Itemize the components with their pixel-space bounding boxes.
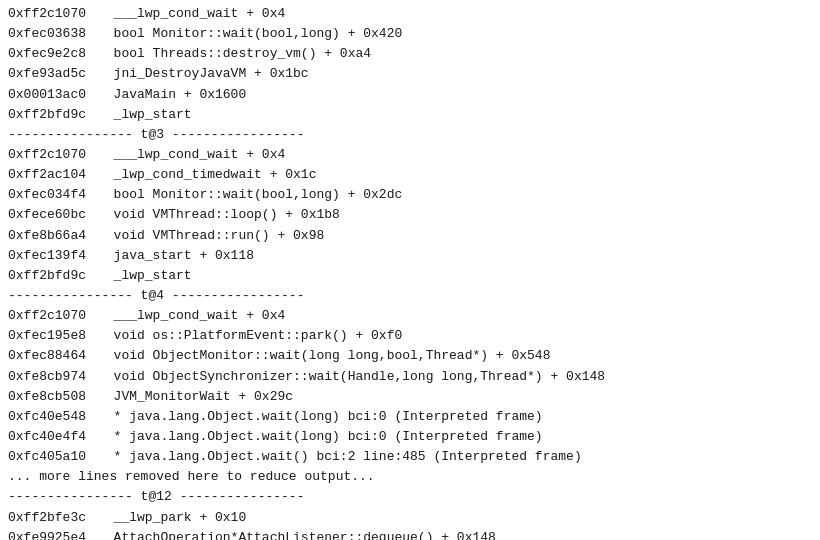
terminal-line: 0x00013ac0 JavaMain + 0x1600 — [8, 85, 812, 105]
terminal-line: 0xfe8cb974 void ObjectSynchronizer::wait… — [8, 367, 812, 387]
stack-frame: * java.lang.Object.wait(long) bci:0 (Int… — [98, 407, 543, 427]
stack-frame: JVM_MonitorWait + 0x29c — [98, 387, 293, 407]
memory-address: 0xff2c1070 — [8, 306, 98, 326]
memory-address: 0xfece60bc — [8, 205, 98, 225]
stack-frame: bool Monitor::wait(bool,long) + 0x420 — [98, 24, 402, 44]
terminal-line: 0xfe9925e4 AttachOperation*AttachListene… — [8, 528, 812, 540]
memory-address: 0xff2ac104 — [8, 165, 98, 185]
memory-address: 0xff2bfe3c — [8, 508, 98, 528]
terminal-line: 0xff2c1070 ___lwp_cond_wait + 0x4 — [8, 145, 812, 165]
memory-address: 0xfc40e548 — [8, 407, 98, 427]
terminal-line: 0xff2bfd9c _lwp_start — [8, 266, 812, 286]
terminal-line: 0xfe93ad5c jni_DestroyJavaVM + 0x1bc — [8, 64, 812, 84]
terminal-line: ... more lines removed here to reduce ou… — [8, 467, 812, 487]
memory-address: 0xfc40e4f4 — [8, 427, 98, 447]
memory-address: 0xff2c1070 — [8, 4, 98, 24]
memory-address: 0xfe8b66a4 — [8, 226, 98, 246]
terminal-line: 0xfc40e548 * java.lang.Object.wait(long)… — [8, 407, 812, 427]
stack-frame: java_start + 0x118 — [98, 246, 254, 266]
terminal-line: 0xfc405a10 * java.lang.Object.wait() bci… — [8, 447, 812, 467]
memory-address: 0xfc405a10 — [8, 447, 98, 467]
memory-address: 0xfec034f4 — [8, 185, 98, 205]
terminal-line: 0xfc40e4f4 * java.lang.Object.wait(long)… — [8, 427, 812, 447]
memory-address: 0xfe8cb974 — [8, 367, 98, 387]
terminal-line: ---------------- t@12 ---------------- — [8, 487, 812, 507]
stack-frame: void os::PlatformEvent::park() + 0xf0 — [98, 326, 402, 346]
terminal-line: 0xfec034f4 bool Monitor::wait(bool,long)… — [8, 185, 812, 205]
memory-address: 0xfe9925e4 — [8, 528, 98, 540]
terminal-separator: ---------------- t@3 ----------------- — [8, 125, 304, 145]
memory-address: 0xfec139f4 — [8, 246, 98, 266]
stack-frame: _lwp_start — [98, 266, 192, 286]
terminal-line: 0xfe8cb508 JVM_MonitorWait + 0x29c — [8, 387, 812, 407]
stack-frame: JavaMain + 0x1600 — [98, 85, 246, 105]
stack-frame: AttachOperation*AttachListener::dequeue(… — [98, 528, 496, 540]
terminal-line: 0xfec9e2c8 bool Threads::destroy_vm() + … — [8, 44, 812, 64]
stack-frame: void ObjectSynchronizer::wait(Handle,lon… — [98, 367, 605, 387]
terminal-line: 0xfec195e8 void os::PlatformEvent::park(… — [8, 326, 812, 346]
terminal-line: 0xfec03638 bool Monitor::wait(bool,long)… — [8, 24, 812, 44]
stack-frame: _lwp_start — [98, 105, 192, 125]
stack-frame: * java.lang.Object.wait() bci:2 line:485… — [98, 447, 582, 467]
stack-frame: ___lwp_cond_wait + 0x4 — [98, 145, 285, 165]
memory-address: 0xfec195e8 — [8, 326, 98, 346]
stack-frame: __lwp_park + 0x10 — [98, 508, 246, 528]
memory-address: 0xfec9e2c8 — [8, 44, 98, 64]
stack-frame: void VMThread::loop() + 0x1b8 — [98, 205, 340, 225]
stack-frame: * java.lang.Object.wait(long) bci:0 (Int… — [98, 427, 543, 447]
terminal-separator: ---------------- t@12 ---------------- — [8, 487, 304, 507]
memory-address: 0xff2bfd9c — [8, 105, 98, 125]
terminal-separator: ... more lines removed here to reduce ou… — [8, 467, 375, 487]
memory-address: 0xfec03638 — [8, 24, 98, 44]
memory-address: 0x00013ac0 — [8, 85, 98, 105]
stack-frame: void VMThread::run() + 0x98 — [98, 226, 324, 246]
stack-frame: _lwp_cond_timedwait + 0x1c — [98, 165, 316, 185]
terminal-line: ---------------- t@3 ----------------- — [8, 125, 812, 145]
terminal-line: ---------------- t@4 ----------------- — [8, 286, 812, 306]
terminal-line: 0xff2bfe3c __lwp_park + 0x10 — [8, 508, 812, 528]
terminal-line: 0xff2bfd9c _lwp_start — [8, 105, 812, 125]
terminal-line: 0xfe8b66a4 void VMThread::run() + 0x98 — [8, 226, 812, 246]
memory-address: 0xff2bfd9c — [8, 266, 98, 286]
terminal-line: 0xff2c1070 ___lwp_cond_wait + 0x4 — [8, 4, 812, 24]
terminal-separator: ---------------- t@4 ----------------- — [8, 286, 304, 306]
stack-frame: bool Monitor::wait(bool,long) + 0x2dc — [98, 185, 402, 205]
memory-address: 0xfe93ad5c — [8, 64, 98, 84]
stack-frame: ___lwp_cond_wait + 0x4 — [98, 4, 285, 24]
terminal-line: 0xff2ac104 _lwp_cond_timedwait + 0x1c — [8, 165, 812, 185]
stack-frame: bool Threads::destroy_vm() + 0xa4 — [98, 44, 371, 64]
memory-address: 0xfe8cb508 — [8, 387, 98, 407]
terminal-line: 0xfec88464 void ObjectMonitor::wait(long… — [8, 346, 812, 366]
stack-frame: jni_DestroyJavaVM + 0x1bc — [98, 64, 309, 84]
stack-frame: void ObjectMonitor::wait(long long,bool,… — [98, 346, 550, 366]
memory-address: 0xfec88464 — [8, 346, 98, 366]
terminal-line: 0xff2c1070 ___lwp_cond_wait + 0x4 — [8, 306, 812, 326]
stack-frame: ___lwp_cond_wait + 0x4 — [98, 306, 285, 326]
memory-address: 0xff2c1070 — [8, 145, 98, 165]
terminal-line: 0xfece60bc void VMThread::loop() + 0x1b8 — [8, 205, 812, 225]
terminal-line: 0xfec139f4 java_start + 0x118 — [8, 246, 812, 266]
terminal-output: 0xff2c1070 ___lwp_cond_wait + 0x40xfec03… — [0, 0, 820, 540]
